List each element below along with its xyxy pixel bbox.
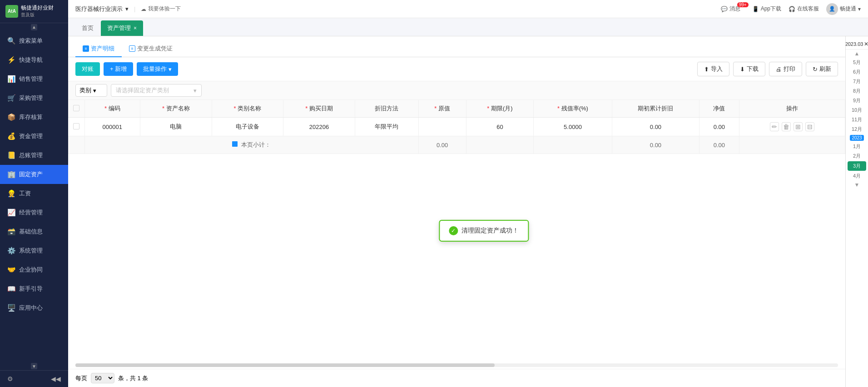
th-period: 期限(月) <box>466 100 534 118</box>
row-checkbox <box>68 118 84 136</box>
app-download-btn[interactable]: 📱 App下载 <box>752 5 781 13</box>
timeline-month-5[interactable]: 5月 <box>846 58 868 67</box>
guide-icon: 📖 <box>7 285 15 293</box>
sidebar-item-base-info[interactable]: 🗃️ 基础信息 <box>0 222 68 241</box>
message-icon: 💬 <box>721 6 728 12</box>
sidebar-item-label: 销售管理 <box>19 75 43 83</box>
th-checkbox <box>68 100 84 118</box>
sidebar-item-purchase[interactable]: 🛒 采购管理 <box>0 89 68 108</box>
sidebar-item-salary[interactable]: 👷 工资 <box>0 184 68 203</box>
tab-close-icon[interactable]: × <box>134 25 137 31</box>
copy-icon[interactable]: ⊞ <box>794 122 803 131</box>
per-page-select[interactable]: 50 100 200 <box>91 373 114 383</box>
more-icon[interactable]: ⊟ <box>805 122 814 131</box>
sidebar-item-search[interactable]: 🔍 搜索菜单 <box>0 31 68 50</box>
sidebar-item-guide[interactable]: 📖 新手引导 <box>0 279 68 298</box>
user-dropdown-icon: ▾ <box>858 6 861 12</box>
th-category: 类别名称 <box>212 100 283 118</box>
sidebar-item-finance[interactable]: 💰 资金管理 <box>0 127 68 146</box>
select-all-checkbox[interactable] <box>73 105 79 111</box>
logo-title: 畅捷通好业财 <box>21 5 54 12</box>
timeline-month-6[interactable]: 6月 <box>846 67 868 77</box>
import-label: 导入 <box>711 65 723 73</box>
timeline-month-9[interactable]: 9月 <box>846 96 868 105</box>
content-area: ≡ 资产明细 ≡ 变更生成凭证 对账 + 新增 批量操作 ▾ <box>68 36 868 387</box>
category-input[interactable]: 请选择固定资产类别 ▾ <box>111 84 202 97</box>
new-button[interactable]: + 新增 <box>104 62 133 76</box>
edit-icon[interactable]: ✏ <box>770 122 779 131</box>
reconcile-button[interactable]: 对账 <box>75 62 100 76</box>
logo-sub: 普及版 <box>21 12 54 18</box>
timeline-month-4[interactable]: 4月 <box>846 171 868 181</box>
import-button[interactable]: ⬆ 导入 <box>697 62 729 76</box>
sidebar-item-label: 基础信息 <box>19 228 43 236</box>
timeline-month-11[interactable]: 11月 <box>846 115 868 124</box>
sidebar-item-sales[interactable]: 📊 销售管理 <box>0 69 68 89</box>
sidebar-item-fixed-assets[interactable]: 🏢 固定资产 <box>0 165 68 184</box>
row-select-checkbox[interactable] <box>73 123 79 129</box>
download-icon: 📱 <box>752 6 759 12</box>
messages-btn[interactable]: 💬 消息 99+ <box>716 5 745 13</box>
tab-asset-mgmt[interactable]: 资产管理 × <box>101 20 143 36</box>
search-icon: 🔍 <box>7 37 15 45</box>
timeline-month-8[interactable]: 8月 <box>846 86 868 96</box>
sidebar-item-enterprise[interactable]: 🤝 企业协同 <box>0 260 68 279</box>
sidebar-scroll-up[interactable]: ▲ <box>31 24 37 30</box>
sidebar-item-business[interactable]: 📈 经营管理 <box>0 203 68 222</box>
inventory-icon: 📦 <box>7 113 15 121</box>
company-selector[interactable]: 医疗器械行业演示 ▾ <box>75 5 129 13</box>
salary-icon: 👷 <box>7 189 15 198</box>
right-panel-close[interactable]: ✕ <box>864 41 868 47</box>
service-icon: 🎧 <box>789 6 795 12</box>
timeline-month-1[interactable]: 1月 <box>846 142 868 151</box>
collapse-icon[interactable]: ◀◀ <box>51 375 61 382</box>
experience-label: 我要体验一下 <box>148 5 181 13</box>
right-panel-up[interactable]: ▲ <box>853 50 861 58</box>
right-panel-header[interactable]: 2023.03 ✕ <box>846 39 868 50</box>
settings-icon[interactable]: ⚙ <box>7 375 13 382</box>
cell-original-value <box>418 118 466 136</box>
th-purchase-date: 购买日期 <box>283 100 355 118</box>
sidebar-item-label: 总账管理 <box>19 151 43 159</box>
cell-accumulated: 0.00 <box>612 118 699 136</box>
print-button[interactable]: 🖨 打印 <box>769 62 802 76</box>
right-panel-down[interactable]: ▼ <box>853 181 861 189</box>
sidebar-item-label: 搜索菜单 <box>19 37 43 45</box>
delete-icon[interactable]: 🗑 <box>782 122 791 131</box>
sidebar-item-ledger[interactable]: 📒 总账管理 <box>0 146 68 165</box>
fixed-assets-icon: 🏢 <box>7 170 15 179</box>
topbar: 医疗器械行业演示 ▾ | ☁ 我要体验一下 💬 消息 99+ 📱 App下载 🎧… <box>68 0 868 18</box>
th-depreciation: 折旧方法 <box>355 100 418 118</box>
tab-asset-mgmt-label: 资产管理 <box>107 24 131 32</box>
purchase-icon: 🛒 <box>7 94 15 102</box>
th-original-value: 原值 <box>418 100 466 118</box>
sidebar-item-quick-nav[interactable]: ⚡ 快捷导航 <box>0 50 68 69</box>
sidebar-item-label: 应用中心 <box>19 304 43 312</box>
subtotal-row: 本页小计： 0.00 0.00 0.00 <box>68 136 845 154</box>
timeline-month-7[interactable]: 7月 <box>846 77 868 86</box>
download-button[interactable]: ⬇ 下载 <box>733 62 765 76</box>
timeline-month-12[interactable]: 12月 <box>846 124 868 134</box>
per-page-label: 每页 <box>75 374 87 382</box>
online-service-btn[interactable]: 🎧 在线客服 <box>789 5 819 13</box>
sub-tab-change-voucher[interactable]: ≡ 变更生成凭证 <box>122 41 180 57</box>
sidebar-item-app-center[interactable]: 🖥️ 应用中心 <box>0 298 68 318</box>
sidebar: AtA 畅捷通好业财 普及版 ▲ 🔍 搜索菜单 ⚡ 快捷导航 📊 销售管理 🛒 … <box>0 0 68 387</box>
user-menu[interactable]: 👤 畅捷通 ▾ <box>826 3 861 15</box>
sidebar-item-label: 资金管理 <box>19 132 43 140</box>
tab-home[interactable]: 首页 <box>75 20 100 36</box>
timeline-month-2[interactable]: 2月 <box>846 151 868 161</box>
sidebar-item-system[interactable]: ⚙️ 系统管理 <box>0 241 68 260</box>
scrollbar-thumb[interactable] <box>75 363 495 367</box>
refresh-button[interactable]: ↻ 刷新 <box>806 62 838 76</box>
sub-tab-asset-detail[interactable]: ≡ 资产明细 <box>75 41 122 57</box>
sidebar-item-inventory[interactable]: 📦 库存核算 <box>0 108 68 127</box>
batch-ops-button[interactable]: 批量操作 ▾ <box>137 62 178 76</box>
timeline-month-10[interactable]: 10月 <box>846 105 868 115</box>
business-icon: 📈 <box>7 208 15 217</box>
sidebar-scroll-down[interactable]: ▼ <box>31 363 37 369</box>
timeline-month-3-current[interactable]: 3月 <box>848 161 866 171</box>
sidebar-item-label: 快捷导航 <box>19 56 43 64</box>
category-select[interactable]: 类别 ▾ <box>75 84 107 97</box>
experience-btn[interactable]: ☁ 我要体验一下 <box>141 5 181 13</box>
